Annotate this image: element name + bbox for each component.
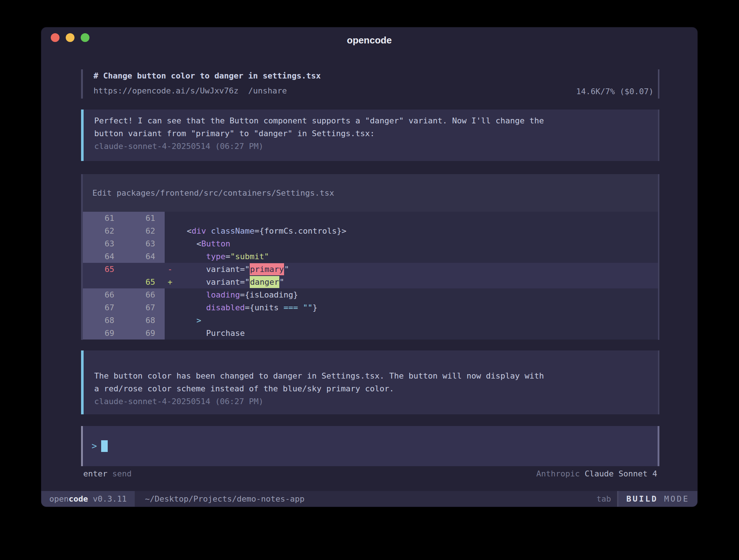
status-bar: opencode v0.3.11 ~/Desktop/Projects/demo… (41, 491, 697, 507)
diff-row: 6262 <div className={formCs.controls}> (83, 225, 658, 237)
diff-row: 6464 type="submit" (83, 250, 658, 263)
main-content: # Change button color to danger in setti… (81, 27, 659, 507)
prompt-chevron: > (92, 441, 97, 451)
diff-row: 6161 (83, 212, 658, 225)
diff-row: 6969 Purchase (83, 327, 658, 340)
opencode-window: opencode # Change button color to danger… (41, 27, 697, 507)
message-line: a red/rose color scheme instead of the b… (94, 382, 658, 395)
diff-rows: 61616262 <div className={formCs.controls… (83, 212, 658, 340)
hint-row: enter send Anthropic Claude Sonnet 4 (81, 467, 659, 480)
message-line: Perfect! I can see that the Button compo… (94, 114, 658, 127)
diff-row: 6868 > (83, 314, 658, 327)
mode-chip[interactable]: BUILD MODE (619, 491, 697, 507)
diff-row: 65- variant="primary" (83, 263, 658, 276)
assistant-message: The button color has been changed to dan… (81, 350, 659, 414)
model-indicator: Anthropic Claude Sonnet 4 (536, 467, 657, 480)
text-cursor (101, 440, 108, 452)
share-url[interactable]: https://opencode.ai/s/UwJxv76z (93, 86, 238, 95)
assistant-message: Perfect! I can see that the Button compo… (81, 110, 659, 161)
send-hint: enter send (83, 467, 131, 480)
diff-row: 6666 loading={isLoading} (83, 288, 658, 301)
prompt-input[interactable]: > (81, 426, 659, 466)
message-meta: claude-sonnet-4-20250514 (06:27 PM) (94, 140, 658, 153)
message-meta: claude-sonnet-4-20250514 (06:27 PM) (94, 395, 658, 408)
session-header: # Change button color to danger in setti… (81, 69, 659, 99)
diff-row: 6767 disabled={units === ""} (83, 301, 658, 314)
working-directory: ~/Desktop/Projects/demo-notes-app (145, 494, 597, 503)
diff-row: 6363 <Button (83, 237, 658, 250)
tab-key-hint: tab (597, 494, 611, 503)
diff-row: 65+ variant="danger" (83, 276, 658, 288)
share-url-line: https://opencode.ai/s/UwJxv76z /unshare (93, 85, 654, 96)
message-line: The button color has been changed to dan… (94, 369, 658, 382)
diff-file-title: Edit packages/frontend/src/containers/Se… (83, 174, 658, 212)
message-line: button variant from "primary" to "danger… (94, 127, 658, 140)
token-cost-stats: 14.6K/7% ($0.07) (576, 86, 654, 97)
diff-block: Edit packages/frontend/src/containers/Se… (81, 174, 659, 340)
status-divider (617, 491, 619, 507)
version-chip: opencode v0.3.11 (41, 491, 135, 507)
session-title: # Change button color to danger in setti… (93, 70, 654, 82)
unshare-command[interactable]: /unshare (248, 86, 287, 95)
